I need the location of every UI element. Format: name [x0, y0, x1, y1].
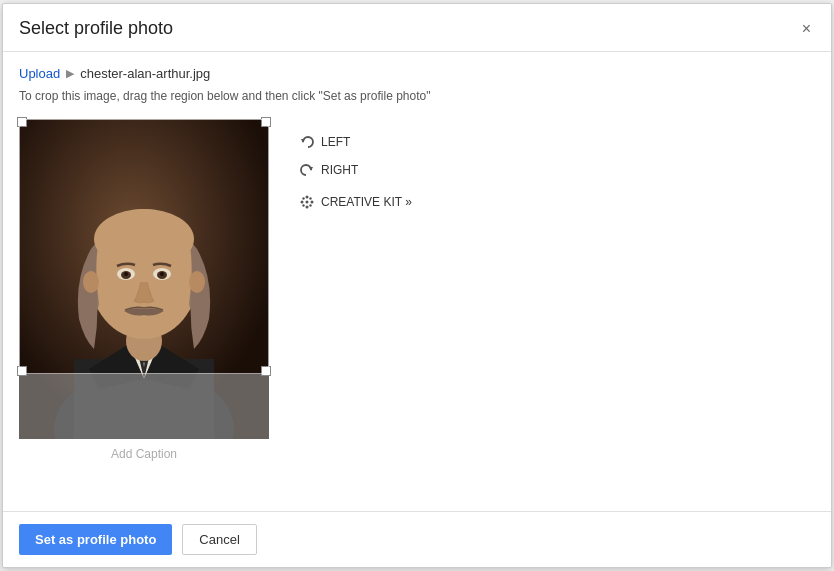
dialog-title: Select profile photo — [19, 18, 173, 39]
svg-marker-21 — [309, 167, 313, 171]
dialog-footer: Set as profile photo Cancel — [3, 511, 831, 567]
set-profile-photo-button[interactable]: Set as profile photo — [19, 524, 172, 555]
svg-rect-19 — [19, 374, 269, 439]
creative-kit-label: CREATIVE KIT » — [321, 195, 412, 209]
svg-point-27 — [302, 197, 304, 199]
breadcrumb-filename: chester-alan-arthur.jpg — [80, 66, 210, 81]
dialog-header: Select profile photo × — [3, 4, 831, 52]
dialog-body: Upload ▶ chester-alan-arthur.jpg To crop… — [3, 52, 831, 511]
select-profile-photo-dialog: Select profile photo × Upload ▶ chester-… — [2, 3, 832, 568]
svg-point-25 — [306, 196, 309, 199]
rotate-right-button[interactable]: RIGHT — [293, 159, 418, 181]
svg-point-15 — [124, 272, 128, 276]
svg-point-10 — [94, 209, 194, 269]
creative-kit-button[interactable]: CREATIVE KIT » — [293, 191, 418, 213]
svg-point-26 — [306, 206, 309, 209]
svg-marker-20 — [301, 139, 305, 143]
svg-point-30 — [309, 204, 311, 206]
breadcrumb: Upload ▶ chester-alan-arthur.jpg — [19, 66, 815, 81]
breadcrumb-arrow: ▶ — [66, 67, 74, 80]
portrait-image — [19, 119, 269, 439]
rotate-left-button[interactable]: LEFT — [293, 131, 418, 153]
breadcrumb-upload-link[interactable]: Upload — [19, 66, 60, 81]
cancel-button[interactable]: Cancel — [182, 524, 256, 555]
rotate-left-icon — [299, 134, 315, 150]
rotate-controls: LEFT RIGHT — [293, 119, 418, 213]
rotate-right-icon — [299, 162, 315, 178]
crop-instruction: To crop this image, drag the region belo… — [19, 89, 815, 103]
svg-point-18 — [189, 271, 205, 293]
image-container: Add Caption — [19, 119, 269, 461]
content-area: Add Caption LEFT — [19, 119, 815, 461]
svg-point-22 — [306, 201, 309, 204]
svg-point-28 — [309, 197, 311, 199]
rotate-right-label: RIGHT — [321, 163, 358, 177]
svg-point-16 — [160, 272, 164, 276]
caption-text: Add Caption — [111, 447, 177, 461]
svg-point-29 — [302, 204, 304, 206]
svg-point-23 — [301, 201, 304, 204]
creative-kit-icon — [299, 194, 315, 210]
rotate-left-label: LEFT — [321, 135, 350, 149]
photo-wrapper[interactable] — [19, 119, 269, 439]
svg-point-17 — [83, 271, 99, 293]
svg-point-24 — [311, 201, 314, 204]
close-button[interactable]: × — [798, 19, 815, 39]
